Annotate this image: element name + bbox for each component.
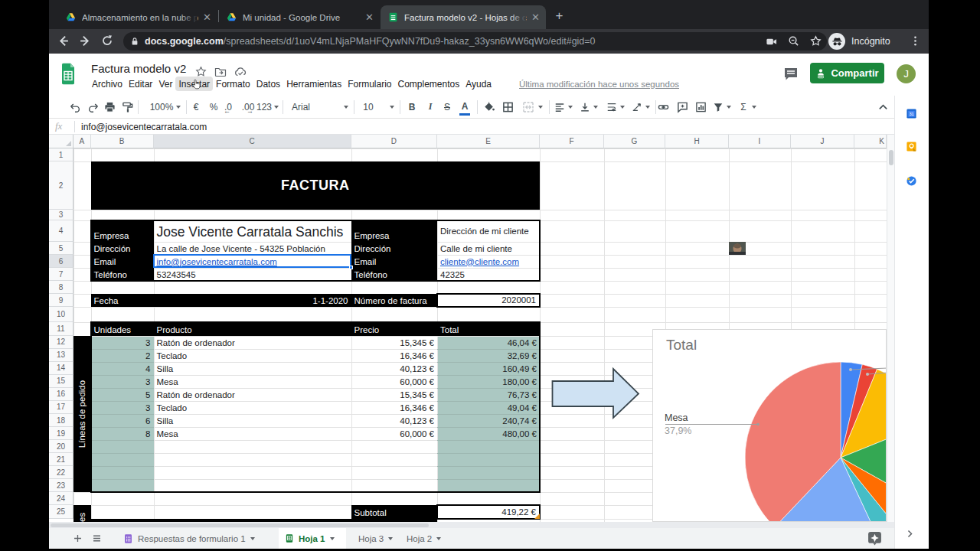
row-header-11[interactable]: 11 — [49, 322, 74, 336]
explore-icon[interactable] — [867, 531, 882, 546]
functions-button[interactable]: Σ — [738, 96, 749, 118]
text-wrap-icon[interactable] — [606, 101, 617, 113]
browser-tab[interactable]: Factura modelo v2 - Hojas de c✕ — [381, 5, 546, 29]
row-header-13[interactable]: 13 — [49, 349, 74, 362]
dropdown-caret-icon[interactable] — [568, 106, 573, 109]
browser-tab[interactable]: Almacenamiento en la nube pa✕ — [58, 5, 217, 29]
row-header-15[interactable]: 15 — [49, 375, 74, 388]
row-header-25[interactable]: 25 — [49, 505, 74, 519]
spreadsheet-grid[interactable]: ABCDEFGHIJK12345678910111213141516171819… — [49, 135, 894, 522]
arrow-drawing[interactable] — [551, 367, 642, 419]
tab-close-icon[interactable]: ✕ — [531, 12, 540, 22]
row-header-6[interactable]: 6 — [49, 255, 74, 268]
menu-editar[interactable]: Editar — [126, 77, 155, 91]
row-header-14[interactable]: 14 — [49, 362, 74, 375]
back-icon[interactable] — [57, 34, 70, 47]
column-header-I[interactable]: I — [729, 135, 791, 148]
tab-close-icon[interactable]: ✕ — [365, 12, 374, 22]
bold-button[interactable]: B — [407, 96, 417, 118]
menu-insertar[interactable]: Insertar — [175, 77, 213, 91]
print-icon[interactable] — [104, 101, 116, 113]
row-header-24[interactable]: 24 — [49, 492, 74, 505]
italic-button[interactable]: I — [426, 96, 435, 118]
merge-cells-icon[interactable] — [522, 101, 534, 113]
row-header-18[interactable]: 18 — [49, 414, 74, 427]
menu-ayuda[interactable]: Ayuda — [462, 77, 495, 91]
sheet-tab-hoja-2[interactable]: Hoja 2 — [402, 528, 456, 549]
strikethrough-button[interactable]: S — [442, 96, 452, 118]
column-header-E[interactable]: E — [437, 135, 540, 148]
font-size-select[interactable]: 10 — [361, 96, 375, 118]
horizontal-scrollbar[interactable] — [49, 522, 894, 528]
dropdown-caret-icon[interactable] — [538, 106, 543, 109]
avatar[interactable]: J — [897, 64, 916, 83]
row-header-22[interactable]: 22 — [49, 466, 74, 479]
column-header-C[interactable]: C — [154, 135, 351, 148]
sheet-tab-menu-icon[interactable] — [250, 537, 255, 540]
zoom-out-icon[interactable] — [788, 35, 799, 47]
row-header-19[interactable]: 19 — [49, 427, 74, 440]
address-bar[interactable]: docs.google.com/spreadsheets/d/1uoV4mLNj… — [123, 32, 827, 51]
vertical-scrollbar[interactable] — [887, 135, 894, 522]
filter-icon[interactable] — [713, 101, 724, 113]
menu-complementos[interactable]: Complementos — [395, 77, 463, 91]
zoom-select[interactable]: 100% — [147, 96, 176, 118]
row-header-4[interactable]: 4 — [49, 220, 74, 242]
reload-icon[interactable] — [101, 34, 113, 47]
format-percent-button[interactable]: % — [208, 96, 219, 118]
row-header-8[interactable]: 8 — [49, 281, 74, 294]
sheet-tab-menu-icon[interactable] — [436, 537, 441, 540]
vertical-scrollbar-thumb[interactable] — [889, 150, 893, 165]
dropdown-caret-icon[interactable] — [752, 106, 756, 109]
insert-chart-icon[interactable] — [695, 101, 707, 113]
keep-icon[interactable] — [906, 141, 917, 152]
column-header-J[interactable]: J — [791, 135, 854, 148]
text-rotation-icon[interactable] — [632, 101, 642, 113]
menu-herramientas[interactable]: Herramientas — [283, 77, 345, 91]
dropdown-caret-icon[interactable] — [645, 106, 650, 109]
font-select[interactable]: Arial — [292, 96, 316, 118]
borders-icon[interactable] — [502, 101, 514, 113]
paint-format-icon[interactable] — [122, 101, 133, 113]
select-all-corner[interactable] — [49, 135, 74, 148]
redo-icon[interactable] — [87, 101, 100, 113]
dropdown-caret-icon[interactable] — [176, 106, 181, 109]
sheet-tab-respuestas-de-formulario-1[interactable]: Respuestas de formulario 1 — [119, 528, 273, 549]
dropdown-caret-icon[interactable] — [274, 106, 279, 109]
row-header-10[interactable]: 10 — [49, 307, 74, 322]
vertical-align-icon[interactable] — [580, 101, 590, 113]
add-sheet-icon[interactable] — [73, 533, 83, 543]
menu-datos[interactable]: Datos — [253, 77, 283, 91]
menu-archivo[interactable]: Archivo — [89, 77, 126, 91]
row-header-9[interactable]: 9 — [49, 294, 74, 307]
sheet-tab-menu-icon[interactable] — [330, 537, 335, 540]
row-header-21[interactable]: 21 — [49, 453, 74, 466]
row-header-12[interactable]: 12 — [49, 336, 74, 349]
tasks-icon[interactable] — [906, 175, 917, 187]
chart-container[interactable]: TotalMesa37,9% — [652, 329, 887, 522]
column-header-B[interactable]: B — [91, 135, 154, 148]
undo-icon[interactable] — [69, 101, 81, 113]
dropdown-caret-icon[interactable] — [620, 106, 625, 109]
last-edit-link[interactable]: Última modificación hace unos segundos — [519, 80, 679, 89]
menu-formulario[interactable]: Formulario — [345, 77, 394, 91]
column-header-K[interactable]: K — [854, 135, 887, 148]
insert-comment-icon[interactable] — [677, 101, 688, 113]
tab-close-icon[interactable]: ✕ — [203, 12, 211, 22]
comment-history-icon[interactable] — [783, 67, 799, 82]
text-color-button[interactable]: A — [459, 99, 470, 116]
side-panel-collapse-icon[interactable] — [905, 529, 915, 539]
fill-color-icon[interactable] — [484, 101, 495, 113]
dropdown-caret-icon[interactable] — [390, 106, 394, 109]
row-header-16[interactable]: 16 — [49, 388, 74, 401]
row-header-23[interactable]: 23 — [49, 479, 74, 492]
dropdown-caret-icon[interactable] — [344, 106, 348, 109]
share-button[interactable]: Compartir — [810, 63, 884, 83]
row-header-1[interactable]: 1 — [49, 148, 74, 161]
dropdown-caret-icon[interactable] — [727, 106, 731, 109]
camera-icon[interactable] — [766, 36, 777, 47]
dropdown-caret-icon[interactable] — [593, 106, 598, 109]
document-title[interactable]: Factura modelo v2 — [91, 62, 186, 75]
more-formats-button[interactable]: 123 — [256, 96, 273, 118]
insert-link-icon[interactable] — [658, 101, 669, 113]
